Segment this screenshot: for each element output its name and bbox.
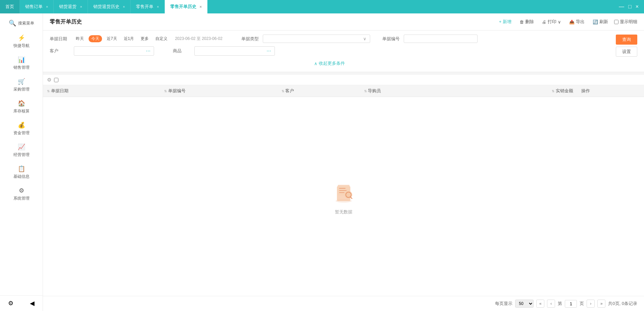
delete-button[interactable]: 🗑 删除 [517,17,536,26]
first-page-btn[interactable]: « [536,300,544,308]
per-page-select[interactable]: 50 10 20 100 [515,300,534,308]
print-button[interactable]: 🖨 打印 ∨ [540,17,563,26]
date-more[interactable]: 更多 [139,35,151,42]
tab-sales-return[interactable]: 销货退货 × [54,0,88,13]
sort-icon-number: ⇅ [164,89,167,93]
prev-page-btn[interactable]: ‹ [547,300,555,308]
select-all-checkbox[interactable] [54,78,58,82]
header-actions: + 新增 🗑 删除 🖨 打印 ∨ 📤 导出 🔄 刷新 [497,17,637,26]
tab-sales-return-label: 销货退货 [59,4,77,10]
quick-nav-icon: ⚡ [18,34,25,42]
add-button[interactable]: + 新增 [497,17,513,26]
data-table: ⇅ 单据日期 ⇅ 单据编号 ⇅ 客户 ⇅ 导购员 [43,85,644,97]
type-filter-label: 单据类型 [241,36,260,42]
date-last1month[interactable]: 近1月 [122,35,136,42]
tab-retail-open[interactable]: 零售开单 × [131,0,164,13]
tab-sales-order[interactable]: 销售订单 × [20,0,54,13]
finance-icon: 💰 [18,121,25,129]
tab-sales-return-history[interactable]: 销货退货历史 × [88,0,131,13]
th-amount[interactable]: ⇅ 实销金额 [460,85,577,97]
total-label: 共0页, 0条记录 [608,301,637,307]
type-select[interactable]: ∨ [263,35,370,43]
export-button[interactable]: 📤 导出 [567,17,587,26]
tab-roh-close[interactable]: × [200,5,202,9]
empty-text: 暂无数据 [335,209,352,215]
date-options: 昨天 今天 近7天 近1月 更多 自定义 [74,35,169,42]
sidebar-item-quick-nav[interactable]: ⚡ 快捷导航 [0,30,43,52]
customer-input[interactable] [78,49,145,54]
sidebar-bottom: ⚙ ◀ [0,295,43,311]
query-button[interactable]: 查询 [616,35,637,45]
tab-retail-open-close[interactable]: × [157,5,159,9]
th-date[interactable]: ⇅ 单据日期 [43,85,160,97]
sidebar-item-sales[interactable]: 📊 销售管理 [0,52,43,74]
collapse-bar[interactable]: ∧ 收起更多条件 [50,59,609,68]
date-today[interactable]: 今天 [89,35,102,42]
th-customer[interactable]: ⇅ 客户 [278,85,360,97]
sidebar-item-finance[interactable]: 💰 资金管理 [0,117,43,139]
sidebar-item-basic-info[interactable]: 📋 基础信息 [0,161,43,183]
refresh-button[interactable]: 🔄 刷新 [591,17,610,26]
date-range-display: 2023-06-02 至 2023-06-02 [175,36,222,42]
window-close-btn[interactable]: × [636,4,639,10]
table-area: ⚙ ⇅ 单据日期 ⇅ 单据编号 ⇅ [43,75,644,296]
sidebar-finance-label: 资金管理 [13,130,30,136]
next-page-btn[interactable]: › [587,300,595,308]
sidebar-operations-label: 经营管理 [13,152,30,158]
filter-row-date: 单据日期 昨天 今天 近7天 近1月 更多 自定义 2023-06-02 至 2… [50,35,609,43]
th-actions: 操作 [577,85,644,97]
sidebar-system-label: 系统管理 [13,196,30,201]
maximize-btn[interactable]: □ [628,4,632,10]
date-yesterday[interactable]: 昨天 [74,35,86,42]
display-detail-checkbox[interactable] [614,20,618,24]
page-suffix: 页 [580,301,584,307]
svg-line-8 [350,197,352,199]
tab-sales-return-history-label: 销货退货历史 [93,4,119,10]
sidebar-basic-info-label: 基础信息 [13,174,30,179]
th-salesperson-label: 导购员 [368,88,381,93]
goods-dots[interactable]: ··· [266,48,271,54]
sidebar-inventory-label: 库存核算 [13,108,30,114]
collapse-up-icon: ∧ [314,61,317,66]
sidebar-item-search[interactable]: 🔍 搜索菜单 [0,16,43,30]
table-toolbar: ⚙ [43,75,644,85]
content-area: 零售开单历史 + 新增 🗑 删除 🖨 打印 ∨ 📤 导出 🔄 [43,13,644,311]
date-last7[interactable]: 近7天 [105,35,119,42]
sales-icon: 📊 [18,56,25,63]
settings-button[interactable]: 设置 [616,47,637,57]
tab-home-label: 首页 [5,4,14,10]
trash-icon: 🗑 [519,19,524,24]
date-custom[interactable]: 自定义 [153,35,169,42]
sidebar-item-purchase[interactable]: 🛒 采购管理 [0,74,43,96]
display-detail-toggle[interactable]: 显示明细 [614,19,637,25]
tab-sales-return-close[interactable]: × [80,5,82,9]
th-salesperson[interactable]: ⇅ 导购员 [360,85,460,97]
goods-input[interactable] [198,49,265,54]
window-controls: — □ × [613,4,644,10]
tab-srh-close[interactable]: × [123,5,125,9]
sidebar-item-operations[interactable]: 📈 经营管理 [0,139,43,161]
customer-dots[interactable]: ··· [146,48,150,54]
last-page-btn[interactable]: » [597,300,605,308]
sidebar-item-inventory[interactable]: 🏠 库存核算 [0,96,43,117]
refresh-icon: 🔄 [593,19,598,24]
sidebar-collapse-icon[interactable]: ◀ [30,300,35,307]
tab-retail-open-history[interactable]: 零售开单历史 × [165,0,207,13]
number-filter-label: 单据编号 [382,36,401,42]
page-number-input[interactable] [565,300,577,308]
minimize-btn[interactable]: — [619,4,624,10]
delete-label: 删除 [525,19,534,25]
sidebar-settings-icon[interactable]: ⚙ [8,300,13,307]
empty-illustration [330,178,357,205]
th-actions-label: 操作 [581,88,590,93]
tab-home[interactable]: 首页 [0,0,20,13]
top-nav: 首页 销售订单 × 销货退货 × 销货退货历史 × 零售开单 × 零售开单历史 … [0,0,644,13]
empty-state: 暂无数据 [43,97,644,296]
th-number[interactable]: ⇅ 单据编号 [160,85,277,97]
tab-retail-open-history-label: 零售开单历史 [170,4,196,10]
number-input[interactable] [404,35,478,43]
purchase-icon: 🛒 [18,78,25,85]
table-gear-icon[interactable]: ⚙ [47,77,51,83]
sidebar-item-system[interactable]: ⚙ 系统管理 [0,183,43,205]
tab-sales-order-close[interactable]: × [46,5,48,9]
